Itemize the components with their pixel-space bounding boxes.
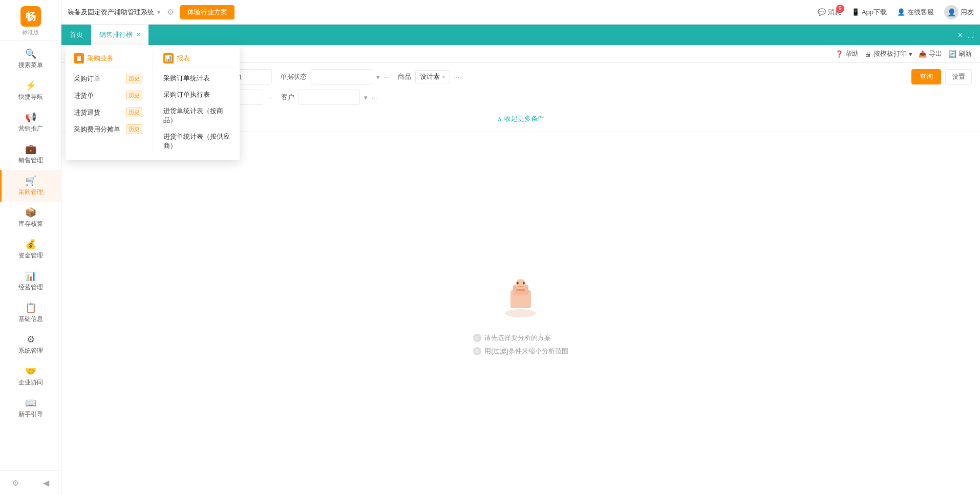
doc-status-dropdown[interactable]: ▾ bbox=[376, 73, 380, 81]
sidebar-item-3[interactable]: 💼 销售管理 bbox=[0, 138, 61, 170]
goods-tag: 设计素 × bbox=[415, 70, 450, 83]
goods-dots[interactable]: ··· bbox=[454, 73, 460, 81]
menu-item-stock-in[interactable]: 进货单 历史 bbox=[70, 87, 146, 104]
report-col-title: 报表 bbox=[177, 54, 190, 63]
industry-btn[interactable]: 体验行业方案 bbox=[180, 5, 235, 19]
topbar-settings-icon[interactable]: ⚙ bbox=[167, 7, 174, 17]
menu-item-purchase-order-exec[interactable]: 采购订单执行表 bbox=[159, 87, 236, 103]
salesman-dots[interactable]: ··· bbox=[267, 94, 273, 101]
empty-tips: ① 请先选择要分析的方案 ② 用[过滤]条件来缩小分析范围 bbox=[473, 331, 568, 358]
sidebar-item-label-8: 基础信息 bbox=[18, 315, 43, 324]
print-dropdown-icon: ▾ bbox=[909, 50, 912, 58]
goods-tag-close[interactable]: × bbox=[442, 74, 445, 80]
purchase-col-header: 📋 采购业务 bbox=[70, 51, 146, 68]
customer-dots[interactable]: ··· bbox=[372, 94, 377, 101]
tab-expand-btn[interactable]: ⛶ bbox=[967, 31, 974, 39]
customer-label: 客户 bbox=[281, 93, 294, 102]
sidebar-item-8[interactable]: 📋 基础信息 bbox=[0, 297, 61, 329]
sidebar-nav: 🔍 搜索菜单 ⚡ 快捷导航 📢 营销推广 💼 销售管理 🛒 采购管理 📦 库存核… bbox=[0, 41, 61, 470]
sidebar-collapse-btn[interactable]: ◀ bbox=[39, 476, 53, 490]
purchase-col-icon: 📋 bbox=[74, 53, 84, 63]
sidebar-item-4[interactable]: 🛒 采购管理 bbox=[0, 170, 61, 202]
tabbar-right-actions: ✕ ⛶ bbox=[957, 31, 980, 39]
help-icon: ❓ bbox=[835, 50, 843, 58]
svg-point-5 bbox=[517, 282, 519, 284]
tab-home-label: 首页 bbox=[70, 30, 83, 39]
sidebar-settings-btn[interactable]: ⚙ bbox=[8, 476, 23, 490]
sidebar-item-label-9: 系统管理 bbox=[18, 347, 43, 355]
doc-status-input[interactable] bbox=[311, 69, 372, 84]
sidebar-item-9[interactable]: ⚙ 系统管理 bbox=[0, 329, 61, 360]
menu-item-purchase-expense[interactable]: 采购费用分摊单 历史 bbox=[70, 121, 146, 138]
query-btn[interactable]: 查询 bbox=[911, 69, 941, 84]
sidebar-item-7[interactable]: 📊 经营管理 bbox=[0, 265, 61, 297]
tab-sales-rank[interactable]: 销售排行榜 × bbox=[91, 25, 148, 45]
refresh-btn[interactable]: 🔄 刷新 bbox=[948, 49, 972, 58]
system-title: 装备及固定资产辅助管理系统 bbox=[68, 8, 154, 17]
tab-close-btn[interactable]: ✕ bbox=[957, 31, 963, 39]
logo-icon: 畅 bbox=[20, 6, 41, 27]
sidebar-item-label-11: 新手引导 bbox=[18, 410, 43, 419]
customer-dropdown[interactable]: ▾ bbox=[364, 94, 368, 101]
sidebar-item-11[interactable]: 📖 新手引导 bbox=[0, 392, 61, 424]
menu-item-stock-in-stat-supplier[interactable]: 进货单统计表（按供应商） bbox=[159, 128, 236, 154]
user-avatar: 👤 bbox=[944, 5, 958, 19]
dropdown-divider bbox=[153, 51, 153, 154]
sidebar-item-2[interactable]: 📢 营销推广 bbox=[0, 106, 61, 138]
topbar-dropdown-btn[interactable]: ▾ bbox=[157, 8, 161, 16]
dropdown-popup: 📋 采购业务 采购订单 历史 进货单 历史 进货退货 历史 采购费用分摊单 历史… bbox=[66, 45, 240, 160]
app-download-btn[interactable]: 📱 App下载 bbox=[851, 8, 887, 17]
sidebar-item-label-2: 营销推广 bbox=[18, 124, 43, 133]
menu-item-purchase-order-stat[interactable]: 采购订单统计表 bbox=[159, 70, 236, 87]
menu-item-purchase-order[interactable]: 采购订单 历史 bbox=[70, 70, 146, 87]
doc-status-group: 单据状态 ▾ ··· bbox=[280, 69, 390, 84]
sidebar-item-icon-3: 💼 bbox=[25, 143, 36, 155]
tip-item-1: ① 请先选择要分析的方案 bbox=[473, 331, 568, 345]
sidebar-item-5[interactable]: 📦 库存核算 bbox=[0, 202, 61, 233]
sidebar-item-icon-9: ⚙ bbox=[27, 334, 35, 345]
purchase-col-title: 采购业务 bbox=[87, 54, 114, 63]
user-menu-btn[interactable]: 👤 用友 bbox=[944, 5, 974, 19]
empty-state: ① 请先选择要分析的方案 ② 用[过滤]条件来缩小分析范围 bbox=[61, 132, 980, 495]
tab-close-icon[interactable]: × bbox=[137, 31, 140, 38]
customer-input[interactable] bbox=[299, 90, 360, 105]
tip-text-2: 用[过滤]条件来缩小分析范围 bbox=[484, 345, 568, 358]
online-service-btn[interactable]: 👤 在线客服 bbox=[897, 8, 934, 17]
service-icon: 👤 bbox=[897, 8, 905, 16]
sidebar-footer: ⚙ ◀ bbox=[0, 470, 61, 495]
sidebar-item-0[interactable]: 🔍 搜索菜单 bbox=[0, 43, 61, 75]
collapse-label: 收起更多条件 bbox=[504, 114, 544, 123]
settings-btn[interactable]: 设置 bbox=[945, 69, 972, 84]
report-col-icon: 📊 bbox=[163, 53, 174, 63]
sidebar-item-label-5: 库存核算 bbox=[18, 220, 43, 228]
help-btn[interactable]: ❓ 帮助 bbox=[835, 49, 859, 58]
sidebar: 畅 标准版 🔍 搜索菜单 ⚡ 快捷导航 📢 营销推广 💼 销售管理 🛒 采购管理… bbox=[0, 0, 61, 495]
sidebar-item-label-7: 经营管理 bbox=[18, 283, 43, 292]
doc-status-dots[interactable]: ··· bbox=[384, 73, 390, 81]
sidebar-item-6[interactable]: 💰 资金管理 bbox=[0, 233, 61, 265]
filter-actions: 查询 设置 bbox=[911, 69, 972, 84]
stock-in-stat-supplier-label: 进货单统计表（按供应商） bbox=[163, 132, 232, 150]
purchase-col: 📋 采购业务 采购订单 历史 进货单 历史 进货退货 历史 采购费用分摊单 历史 bbox=[66, 51, 151, 154]
phone-icon: 📱 bbox=[851, 8, 860, 16]
stock-in-stat-goods-label: 进货单统计表（按商品） bbox=[163, 106, 232, 125]
sidebar-item-1[interactable]: ⚡ 快捷导航 bbox=[0, 75, 61, 106]
tab-home[interactable]: 首页 bbox=[61, 25, 91, 45]
svg-point-0 bbox=[505, 309, 536, 317]
sidebar-item-icon-4: 🛒 bbox=[25, 175, 36, 186]
logo-edition: 标准版 bbox=[22, 29, 39, 36]
sidebar-item-10[interactable]: 🤝 企业协同 bbox=[0, 360, 61, 392]
print-icon: 🖨 bbox=[865, 50, 871, 58]
menu-item-stock-in-stat-goods[interactable]: 进货单统计表（按商品） bbox=[159, 103, 236, 128]
tip-num-2: ② bbox=[473, 347, 481, 355]
export-btn[interactable]: 📤 导出 bbox=[919, 49, 942, 58]
export-label: 导出 bbox=[929, 49, 942, 58]
help-label: 帮助 bbox=[845, 49, 859, 58]
print-label: 按模板打印 bbox=[874, 49, 907, 58]
notification-btn[interactable]: 💬 消息 9 bbox=[818, 8, 841, 17]
menu-item-stock-return[interactable]: 进货退货 历史 bbox=[70, 104, 146, 121]
print-template-btn[interactable]: 🖨 按模板打印 ▾ bbox=[865, 49, 912, 58]
purchase-order-exec-label: 采购订单执行表 bbox=[163, 90, 210, 99]
user-label: 用友 bbox=[961, 8, 974, 17]
notification-badge: 9 bbox=[836, 5, 844, 13]
